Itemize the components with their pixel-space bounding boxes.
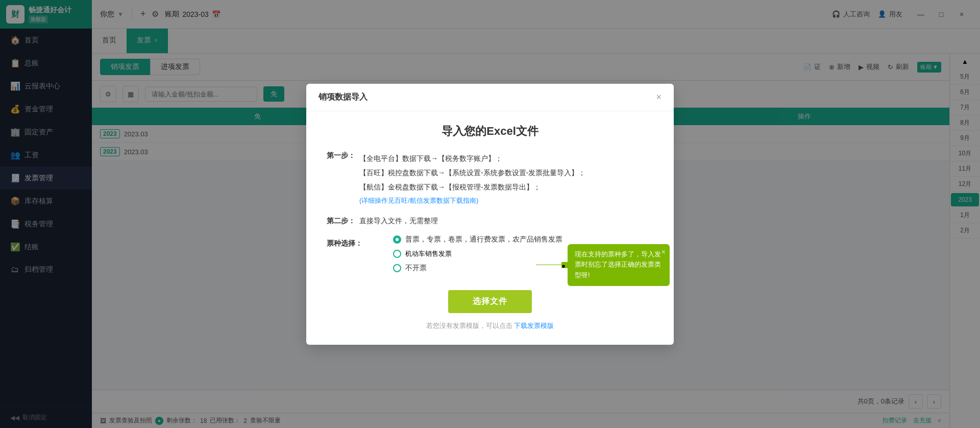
tooltip-line <box>536 265 561 265</box>
modal-step2: 第二步： 直接导入文件，无需整理 <box>327 217 653 226</box>
modal-footer: 若您没有发票模版，可以点击 下载发票模版 <box>327 321 653 330</box>
step1-line-3: 【航信】金税盘数据下载→【报税管理-发票数据导出】； <box>359 180 585 194</box>
step1-label: 第一步： <box>327 151 355 160</box>
tooltip-text: 现在支持的票种多了，导入发票时别忘了选择正确的发票类型呀! <box>575 250 661 279</box>
step1-line-2: 【百旺】税控盘数据下载→【系统设置-系统参数设置-发票批量导入】； <box>359 165 585 180</box>
modal-body: 导入您的Excel文件 第一步： 【全电平台】数据下载→【税务数字账户】； 【百… <box>306 111 674 345</box>
ticket-select-label: 票种选择： <box>327 239 362 248</box>
step2-text: 直接导入文件，无需整理 <box>359 217 438 226</box>
radio-label-motor: 机动车销售发票 <box>405 249 452 258</box>
select-file-container: 选择文件 <box>327 290 653 313</box>
radio-circle-motor <box>393 250 401 258</box>
radio-label-noinvoice: 不开票 <box>405 264 427 273</box>
footer-text: 若您没有发票模版，可以点击 <box>426 322 512 329</box>
tooltip-balloon: × 现在支持的票种多了，导入发票时别忘了选择正确的发票类型呀! <box>568 244 670 286</box>
radio-circle-normal <box>393 235 401 244</box>
step2-label: 第二步： <box>327 217 355 226</box>
modal-title: 销项数据导入 <box>318 92 368 103</box>
radio-group-container: 普票，专票，卷票，通行费发票，农产品销售发票 机动车销售发票 ● × <box>366 235 562 278</box>
ticket-select-row: 票种选择： 普票，专票，卷票，通行费发票，农产品销售发票 机动车销售发票 <box>327 235 653 278</box>
tooltip-container: ● × 现在支持的票种多了，导入发票时别忘了选择正确的发票类型呀! <box>536 244 670 286</box>
modal-overlay: 销项数据导入 × 导入您的Excel文件 第一步： 【全电平台】数据下载→【税务… <box>0 0 980 428</box>
select-file-btn[interactable]: 选择文件 <box>448 290 532 313</box>
radio-option-motor[interactable]: 机动车销售发票 ● × 现在支持的票种多了，导入发票时别忘了选择正确的发票类型呀… <box>393 249 562 258</box>
step1-content: 【全电平台】数据下载→【税务数字账户】； 【百旺】税控盘数据下载→【系统设置-系… <box>359 151 585 207</box>
radio-group: 普票，专票，卷票，通行费发票，农产品销售发票 机动车销售发票 ● × <box>366 235 562 273</box>
tooltip-dot: ● <box>561 262 568 268</box>
tooltip-close-btn[interactable]: × <box>662 246 666 257</box>
modal-dialog: 销项数据导入 × 导入您的Excel文件 第一步： 【全电平台】数据下载→【税务… <box>306 84 674 345</box>
footer-link[interactable]: 下载发票模版 <box>514 322 554 329</box>
step1-line-1: 【全电平台】数据下载→【税务数字账户】； <box>359 151 585 165</box>
radio-label-normal: 普票，专票，卷票，通行费发票，农产品销售发票 <box>405 235 562 244</box>
step1-link[interactable]: (详细操作见百旺/航信发票数据下载指南) <box>359 194 585 207</box>
radio-option-normal[interactable]: 普票，专票，卷票，通行费发票，农产品销售发票 <box>393 235 562 244</box>
modal-header: 销项数据导入 × <box>306 84 674 111</box>
modal-step1: 第一步： 【全电平台】数据下载→【税务数字账户】； 【百旺】税控盘数据下载→【系… <box>327 151 653 207</box>
modal-main-title: 导入您的Excel文件 <box>327 124 653 139</box>
modal-close-btn[interactable]: × <box>656 92 662 103</box>
radio-circle-noinvoice <box>393 264 401 272</box>
